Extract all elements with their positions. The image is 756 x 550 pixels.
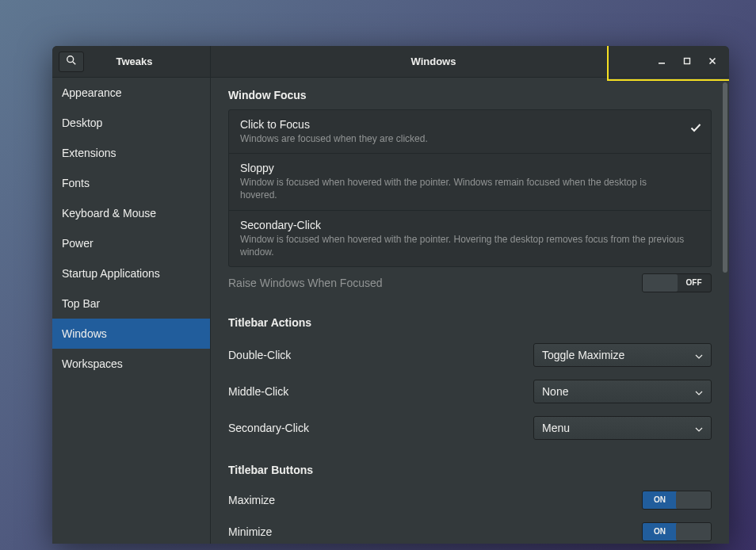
scrollbar[interactable] xyxy=(723,78,727,544)
tweaks-window: Tweaks Windows Appearance Desktop Extens… xyxy=(52,46,729,544)
minimize-label: Minimize xyxy=(228,525,272,538)
dropdown-value: Menu xyxy=(542,422,695,434)
raise-when-focused-row: Raise Windows When Focused OFF xyxy=(228,267,712,299)
middle-click-label: Middle-Click xyxy=(228,385,288,398)
titlebar-left: Tweaks xyxy=(52,46,211,78)
double-click-row: Double-Click Toggle Maximize xyxy=(228,337,712,373)
raise-switch[interactable]: OFF xyxy=(642,273,712,292)
svg-rect-2 xyxy=(659,63,665,64)
switch-on-label: ON xyxy=(643,523,677,540)
titlebar: Tweaks Windows xyxy=(52,46,729,78)
content: Window Focus Click to Focus Windows are … xyxy=(211,78,729,544)
dropdown-value: None xyxy=(542,385,695,398)
sidebar-item-label: Desktop xyxy=(62,116,102,129)
sidebar-item-label: Workspaces xyxy=(62,357,123,370)
svg-point-0 xyxy=(67,55,74,62)
sidebar-item-extensions[interactable]: Extensions xyxy=(52,138,210,168)
minimize-switch[interactable]: ON xyxy=(642,522,712,541)
maximize-switch[interactable]: ON xyxy=(642,491,712,510)
maximize-row: Maximize ON xyxy=(228,484,712,516)
sidebar-item-fonts[interactable]: Fonts xyxy=(52,168,210,198)
sidebar-item-label: Appearance xyxy=(62,86,122,99)
switch-knob xyxy=(676,491,711,509)
double-click-label: Double-Click xyxy=(228,349,291,361)
focus-option-title: Sloppy xyxy=(240,162,700,174)
section-titlebar-buttons-title: Titlebar Buttons xyxy=(228,464,712,476)
sidebar-item-label: Windows xyxy=(62,327,107,340)
section-window-focus-title: Window Focus xyxy=(228,89,712,101)
switch-on-label: ON xyxy=(643,491,677,509)
sidebar-item-label: Extensions xyxy=(62,147,116,159)
sidebar-item-startup-applications[interactable]: Startup Applications xyxy=(52,258,210,288)
sidebar-item-label: Power xyxy=(62,237,94,250)
titlebar-right: Windows xyxy=(211,46,729,78)
sidebar-item-label: Keyboard & Mouse xyxy=(62,207,156,220)
minimize-icon xyxy=(657,55,666,69)
sidebar: Appearance Desktop Extensions Fonts Keyb… xyxy=(52,78,211,544)
focus-option-desc: Window is focused when hovered with the … xyxy=(240,233,700,258)
sidebar-item-label: Top Bar xyxy=(62,297,100,310)
focus-mode-list: Click to Focus Windows are focused when … xyxy=(228,109,712,267)
sidebar-item-desktop[interactable]: Desktop xyxy=(52,108,210,138)
dropdown-value: Toggle Maximize xyxy=(542,349,695,361)
close-button[interactable] xyxy=(707,56,718,67)
chevron-down-icon xyxy=(695,349,703,361)
focus-option-desc: Window is focused when hovered with the … xyxy=(240,176,700,201)
maximize-button[interactable] xyxy=(682,56,693,67)
middle-click-row: Middle-Click None xyxy=(228,373,712,410)
maximize-icon xyxy=(682,55,692,69)
sidebar-item-label: Fonts xyxy=(62,177,90,189)
secondary-click-dropdown[interactable]: Menu xyxy=(533,416,712,440)
close-icon xyxy=(708,55,717,69)
switch-knob xyxy=(643,274,678,292)
focus-option-sloppy[interactable]: Sloppy Window is focused when hovered wi… xyxy=(229,154,711,210)
sidebar-item-windows[interactable]: Windows xyxy=(52,319,210,349)
chevron-down-icon xyxy=(695,422,703,434)
focus-option-click[interactable]: Click to Focus Windows are focused when … xyxy=(229,110,711,154)
minimize-row: Minimize ON xyxy=(228,516,712,544)
page-title: Windows xyxy=(211,55,656,67)
window-controls xyxy=(656,56,729,67)
secondary-click-label: Secondary-Click xyxy=(228,422,309,434)
focus-option-title: Click to Focus xyxy=(240,118,700,131)
secondary-click-row: Secondary-Click Menu xyxy=(228,410,712,446)
maximize-label: Maximize xyxy=(228,494,275,506)
switch-off-label: OFF xyxy=(677,274,711,292)
section-titlebar-actions-title: Titlebar Actions xyxy=(228,316,712,329)
scrollbar-thumb[interactable] xyxy=(723,82,727,273)
focus-option-title: Secondary-Click xyxy=(240,219,700,231)
chevron-down-icon xyxy=(695,385,703,398)
sidebar-item-power[interactable]: Power xyxy=(52,228,210,258)
svg-rect-3 xyxy=(685,58,690,63)
sidebar-item-appearance[interactable]: Appearance xyxy=(52,78,210,108)
middle-click-dropdown[interactable]: None xyxy=(533,380,712,403)
sidebar-item-keyboard-mouse[interactable]: Keyboard & Mouse xyxy=(52,198,210,228)
search-button[interactable] xyxy=(59,52,84,72)
switch-knob xyxy=(676,523,711,540)
focus-option-secondary-click[interactable]: Secondary-Click Window is focused when h… xyxy=(229,211,711,266)
raise-label: Raise Windows When Focused xyxy=(228,277,383,289)
svg-line-1 xyxy=(73,61,75,63)
check-icon xyxy=(690,121,701,136)
sidebar-item-workspaces[interactable]: Workspaces xyxy=(52,349,210,379)
minimize-button[interactable] xyxy=(656,56,667,67)
search-icon xyxy=(66,55,77,69)
double-click-dropdown[interactable]: Toggle Maximize xyxy=(533,343,712,367)
body: Appearance Desktop Extensions Fonts Keyb… xyxy=(52,78,729,544)
sidebar-item-top-bar[interactable]: Top Bar xyxy=(52,288,210,319)
sidebar-item-label: Startup Applications xyxy=(62,267,160,280)
focus-option-desc: Windows are focused when they are clicke… xyxy=(240,132,700,145)
app-title: Tweaks xyxy=(84,55,210,67)
